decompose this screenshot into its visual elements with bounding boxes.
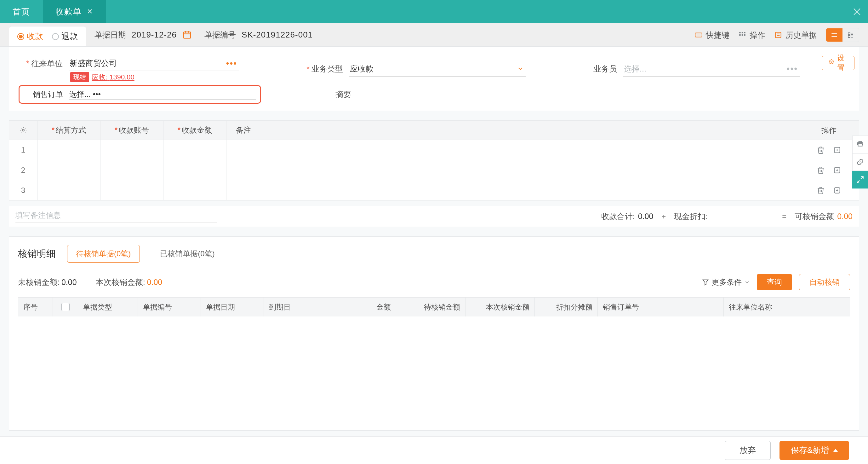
shortcut-label: 快捷键 (706, 30, 730, 40)
cell-account[interactable] (100, 140, 163, 160)
col-remark: 备注 (226, 121, 799, 140)
verify-meta: 未核销金额:0.00 本次核销金额:0.00 更多条件 查询 自动核销 (18, 274, 850, 290)
vcol-check (53, 297, 78, 317)
tab-receipt-label: 收款单 (56, 6, 82, 17)
auto-writeoff-button[interactable]: 自动核销 (799, 274, 850, 290)
trash-icon[interactable] (817, 186, 825, 195)
salesorder-input[interactable]: 选择... ••• (69, 89, 256, 99)
salesman-label: 业务员 (586, 64, 617, 74)
save-and-new-button[interactable]: 保存&新增 (779, 441, 849, 460)
tab-pending[interactable]: 待核销单据(0笔) (67, 245, 140, 263)
vcol-salesorder: 销售订单号 (598, 297, 724, 317)
salesorder-placeholder: 选择... (69, 90, 91, 98)
col-amount: *收款金额 (163, 121, 226, 140)
salesman-placeholder: 选择... (624, 64, 646, 74)
operate-button[interactable]: 操作 (738, 30, 765, 40)
tab-done[interactable]: 已核销单据(0笔) (151, 245, 223, 263)
verify-panel: 核销明细 待核销单据(0笔) 已核销单据(0笔) 未核销金额:0.00 本次核销… (9, 236, 859, 431)
gear-icon (829, 59, 834, 67)
col-ops: 操作 (799, 121, 859, 140)
entry-row[interactable]: 2 (9, 160, 859, 180)
party-input[interactable]: 新盛商贸公司 ••• (69, 56, 239, 71)
view-card-button[interactable] (842, 28, 859, 41)
history-button[interactable]: 历史单据 (774, 30, 817, 40)
vcol-seq: 序号 (18, 297, 53, 317)
shortcut-button[interactable]: 快捷键 (694, 30, 730, 40)
svg-point-28 (831, 61, 832, 62)
view-list-button[interactable] (826, 28, 842, 41)
party-field: *往来单位 新盛商贸公司 ••• (19, 56, 239, 71)
side-print-button[interactable] (852, 136, 868, 153)
mode-receive-radio[interactable]: 收款 (17, 31, 43, 42)
equals-sign: = (779, 212, 789, 221)
query-button[interactable]: 查询 (757, 274, 792, 290)
doc-date-value[interactable]: 2019-12-26 (132, 30, 177, 40)
vcol-type: 单据类型 (78, 297, 138, 317)
more-icon[interactable]: ••• (787, 64, 798, 74)
mode-refund-radio[interactable]: 退款 (52, 31, 78, 42)
more-icon[interactable]: ••• (226, 58, 237, 68)
entry-row[interactable]: 3 (9, 180, 859, 200)
tab-close-icon[interactable]: ✕ (87, 8, 93, 15)
entry-gear-button[interactable] (9, 121, 37, 140)
totals-row: 填写备注信息 收款合计: 0.00 + 现金折扣: = 可核销金额 0.00 (9, 206, 859, 227)
svg-rect-18 (848, 33, 850, 35)
cell-amount[interactable] (163, 140, 226, 160)
cell-settle[interactable] (37, 140, 100, 160)
svg-rect-25 (859, 142, 862, 143)
mode-refund-label: 退款 (61, 31, 78, 42)
svg-rect-24 (858, 143, 862, 146)
vcol-partyname: 往来单位名称 (724, 297, 850, 317)
more-icon[interactable]: ••• (93, 90, 101, 98)
settings-label: 设置 (837, 53, 847, 73)
outstanding-amount: 未核销金额:0.00 (18, 277, 77, 288)
add-row-icon[interactable] (833, 166, 841, 174)
add-row-icon[interactable] (833, 146, 841, 154)
select-all-checkbox[interactable] (61, 303, 70, 311)
side-link-button[interactable] (852, 153, 868, 171)
grid-icon (738, 31, 746, 39)
trash-icon[interactable] (817, 146, 825, 154)
row-index: 1 (9, 140, 37, 160)
cash-discount-input[interactable] (711, 211, 774, 222)
window-close-button[interactable] (846, 0, 868, 23)
col-settle: *结算方式 (37, 121, 100, 140)
thistime-amount: 本次核销金额:0.00 (96, 277, 162, 288)
trash-icon[interactable] (817, 166, 825, 174)
verify-title: 核销明细 (18, 248, 56, 260)
writeoff-amount: 可核销金额 0.00 (795, 211, 852, 222)
svg-line-27 (857, 180, 860, 183)
summary-input[interactable] (358, 87, 534, 102)
biztype-select[interactable]: 应收款 (349, 61, 526, 77)
add-row-icon[interactable] (833, 186, 841, 195)
chevron-down-icon (744, 279, 750, 285)
settings-button[interactable]: 设置 (822, 56, 855, 70)
operate-label: 操作 (750, 30, 765, 40)
form-panel: *往来单位 新盛商贸公司 ••• 现结 应收: 1390.00 *业务类型 应收… (9, 47, 859, 111)
tab-home[interactable]: 首页 (0, 0, 43, 23)
entry-row[interactable]: 1 (9, 140, 859, 160)
summary-field: 摘要 (307, 87, 534, 102)
salesorder-label: 销售订单 (24, 89, 63, 99)
cell-remark[interactable] (226, 140, 799, 160)
vcol-thistime: 本次核销金额 (465, 297, 535, 317)
salesman-input[interactable]: 选择... ••• (623, 61, 800, 77)
svg-rect-10 (742, 34, 743, 36)
verify-table-body (18, 317, 850, 430)
remark-input[interactable]: 填写备注信息 (16, 210, 217, 223)
svg-rect-7 (742, 32, 743, 33)
header-actions: 快捷键 操作 历史单据 (694, 23, 859, 47)
discard-button[interactable]: 放弃 (725, 441, 771, 460)
doc-date-field: 单据日期 2019-12-26 (94, 23, 192, 46)
document-header-bar: 收款 退款 单据日期 2019-12-26 单据编号 SK-20191226-0… (0, 23, 868, 47)
vcol-discount: 折扣分摊额 (535, 297, 598, 317)
more-filter-button[interactable]: 更多条件 (702, 277, 750, 287)
radio-dot-icon (17, 33, 24, 40)
receivable-link[interactable]: 应收: 1390.00 (92, 72, 134, 82)
row-index: 3 (9, 180, 37, 200)
mode-radio-group: 收款 退款 (9, 26, 86, 46)
calendar-icon[interactable] (182, 30, 192, 39)
party-label: *往来单位 (19, 58, 63, 69)
side-expand-button[interactable] (852, 171, 868, 188)
tab-receipt[interactable]: 收款单 ✕ (43, 0, 106, 23)
